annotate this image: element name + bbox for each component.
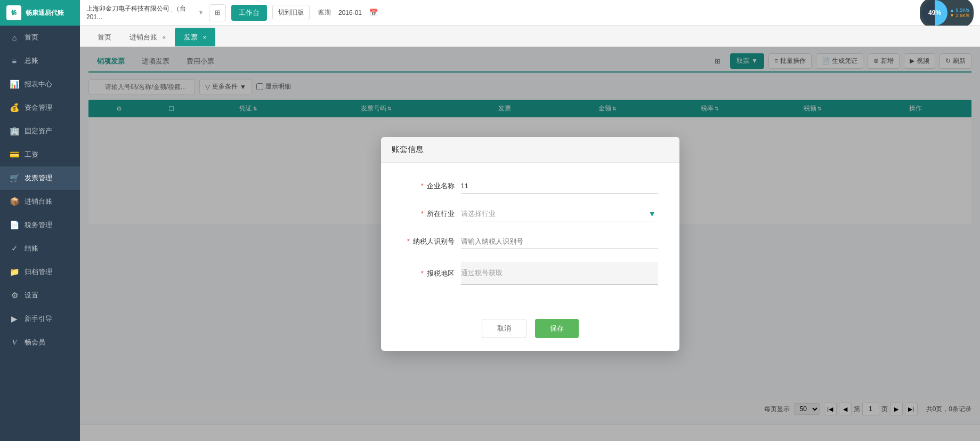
form-row-tax-region: * 报税地区 通过税号获取 xyxy=(402,262,658,285)
required-star-region: * xyxy=(421,269,424,277)
copy-icon: ⊞ xyxy=(215,9,221,17)
sidebar-item-label: 资金管理 xyxy=(25,103,52,113)
payroll-icon: 💳 xyxy=(10,150,19,159)
tab-invoice-close[interactable]: × xyxy=(203,34,206,41)
old-version-button[interactable]: 切到旧版 xyxy=(272,5,310,20)
assets-icon: 🏢 xyxy=(10,126,19,136)
tax-region-placeholder: 通过税号获取 xyxy=(461,265,658,281)
sidebar-item-archive[interactable]: 📁 归档管理 xyxy=(0,260,80,284)
invoice-mgmt-icon: 🛒 xyxy=(10,173,19,183)
account-info-dialog: 账套信息 * 企业名称 xyxy=(381,137,679,351)
guide-icon: ▶ xyxy=(10,314,19,324)
tab-home-label: 首页 xyxy=(98,33,111,41)
tax-id-input[interactable] xyxy=(461,234,658,249)
sidebar-item-label: 税务管理 xyxy=(25,220,52,230)
sidebar-item-assets[interactable]: 🏢 固定资产 xyxy=(0,119,80,143)
calendar-icon[interactable]: 📅 xyxy=(369,9,378,17)
save-button[interactable]: 保存 xyxy=(535,319,579,338)
app-name: 畅康通易代账 xyxy=(26,9,64,18)
speed-info: ▲ 8.5K/s ▼ 2.6K/s xyxy=(950,7,969,18)
logo-icon: 畅 xyxy=(6,5,21,20)
workbench-button[interactable]: 工作台 xyxy=(231,5,267,21)
sidebar-item-home[interactable]: ⌂ 首页 xyxy=(0,26,80,49)
required-star-tax: * xyxy=(407,237,410,245)
sidebar-item-payroll[interactable]: 💳 工资 xyxy=(0,143,80,166)
copy-button[interactable]: ⊞ xyxy=(209,4,226,21)
app-logo: 畅 畅康通易代账 xyxy=(0,0,80,26)
period-value: 2016-01 xyxy=(338,9,362,17)
closing-icon: ✓ xyxy=(10,244,19,253)
dialog-body: * 企业名称 * 所在行业 xyxy=(381,163,679,314)
tax-id-label: * 纳税人识别号 xyxy=(402,237,461,246)
top-bar: 上海卯金刀电子科技有限公司_（台201... ▼ ⊞ 工作台 切到旧版 账期 2… xyxy=(80,0,980,26)
network-percent: 49% xyxy=(928,9,941,17)
sidebar: 畅 畅康通易代账 ⌂ 首页 ≡ 总账 📊 报表中心 💰 资金管理 🏢 固定资产 … xyxy=(0,0,80,441)
sidebar-item-funds[interactable]: 💰 资金管理 xyxy=(0,96,80,119)
sidebar-item-label: 固定资产 xyxy=(25,126,52,136)
form-row-industry: * 所在行业 请选择行业 ▼ xyxy=(402,206,658,221)
sidebar-item-label: 畅会员 xyxy=(25,338,45,347)
company-name-label: * 企业名称 xyxy=(402,181,461,191)
sidebar-item-sales-ledger[interactable]: 📦 进销台账 xyxy=(0,190,80,213)
tab-sales-ledger-label: 进销台账 xyxy=(129,33,157,41)
sidebar-item-closing[interactable]: ✓ 结账 xyxy=(0,237,80,260)
sidebar-item-settings[interactable]: ⚙ 设置 xyxy=(0,284,80,307)
company-name-text: 上海卯金刀电子科技有限公司_（台201... xyxy=(86,4,195,21)
network-widget: 49% ▲ 8.5K/s ▼ 2.6K/s xyxy=(920,0,974,28)
sidebar-item-label: 首页 xyxy=(25,33,38,42)
sidebar-item-membership[interactable]: V 畅会员 xyxy=(0,331,80,354)
period-label: 账期 xyxy=(318,8,331,17)
sidebar-item-label: 设置 xyxy=(25,291,38,300)
sidebar-item-label: 工资 xyxy=(25,150,38,159)
network-percent-circle: 49% xyxy=(922,0,947,26)
industry-select-arrow: ▼ xyxy=(649,210,656,218)
tab-invoice-label: 发票 xyxy=(184,33,198,41)
company-selector[interactable]: 上海卯金刀电子科技有限公司_（台201... ▼ xyxy=(86,4,204,21)
dialog-header: 账套信息 xyxy=(381,137,679,163)
sidebar-item-label: 总账 xyxy=(25,56,38,66)
tax-region-display: 通过税号获取 xyxy=(461,262,658,285)
speed-up: ▲ 8.5K/s xyxy=(950,7,969,13)
tab-sales-ledger-close[interactable]: × xyxy=(163,34,166,41)
required-star: * xyxy=(421,182,424,190)
industry-select-wrap: 请选择行业 ▼ xyxy=(461,206,658,221)
industry-label: * 所在行业 xyxy=(402,209,461,219)
dialog-footer: 取消 保存 xyxy=(381,314,679,351)
sidebar-item-tax-mgmt[interactable]: 📄 税务管理 xyxy=(0,213,80,237)
sidebar-item-invoice-mgmt[interactable]: 🛒 发票管理 xyxy=(0,166,80,190)
tabs-bar: 首页 进销台账 × 发票 × xyxy=(80,26,980,47)
required-star-industry: * xyxy=(421,210,424,218)
dialog-title: 账套信息 xyxy=(392,145,424,154)
sales-ledger-icon: 📦 xyxy=(10,197,19,206)
content-area: 销项发票 进项发票 费用小票 ⊞ 取票 ▼ xyxy=(80,47,980,441)
sidebar-item-reports[interactable]: 📊 报表中心 xyxy=(0,73,80,96)
sidebar-item-label: 发票管理 xyxy=(25,173,52,183)
sidebar-item-label: 归档管理 xyxy=(25,267,52,277)
ledger-icon: ≡ xyxy=(10,57,19,66)
form-row-company-name: * 企业名称 xyxy=(402,179,658,194)
industry-select[interactable]: 请选择行业 xyxy=(461,210,658,218)
funds-icon: 💰 xyxy=(10,103,19,113)
sidebar-item-guide[interactable]: ▶ 新手引导 xyxy=(0,307,80,331)
tab-home[interactable]: 首页 xyxy=(88,28,120,46)
form-row-tax-id: * 纳税人识别号 xyxy=(402,234,658,249)
company-name-input[interactable] xyxy=(461,179,658,194)
tab-invoice[interactable]: 发票 × xyxy=(175,28,215,46)
tab-sales-ledger[interactable]: 进销台账 × xyxy=(120,28,175,46)
archive-icon: 📁 xyxy=(10,267,19,277)
sidebar-item-label: 新手引导 xyxy=(25,314,52,324)
home-icon: ⌂ xyxy=(10,33,19,42)
sidebar-item-ledger[interactable]: ≡ 总账 xyxy=(0,49,80,73)
speed-down: ▼ 2.6K/s xyxy=(950,13,969,18)
main-content: 上海卯金刀电子科技有限公司_（台201... ▼ ⊞ 工作台 切到旧版 账期 2… xyxy=(80,0,980,441)
sidebar-item-label: 进销台账 xyxy=(25,197,52,206)
tax-region-label: * 报税地区 xyxy=(402,269,461,278)
modal-overlay: 账套信息 * 企业名称 xyxy=(80,47,980,441)
tax-mgmt-icon: 📄 xyxy=(10,220,19,230)
sidebar-item-label: 报表中心 xyxy=(25,79,52,89)
sidebar-item-label: 结账 xyxy=(25,244,38,253)
settings-icon: ⚙ xyxy=(10,291,19,300)
cancel-button[interactable]: 取消 xyxy=(482,319,527,338)
reports-icon: 📊 xyxy=(10,79,19,89)
membership-icon: V xyxy=(10,338,19,347)
